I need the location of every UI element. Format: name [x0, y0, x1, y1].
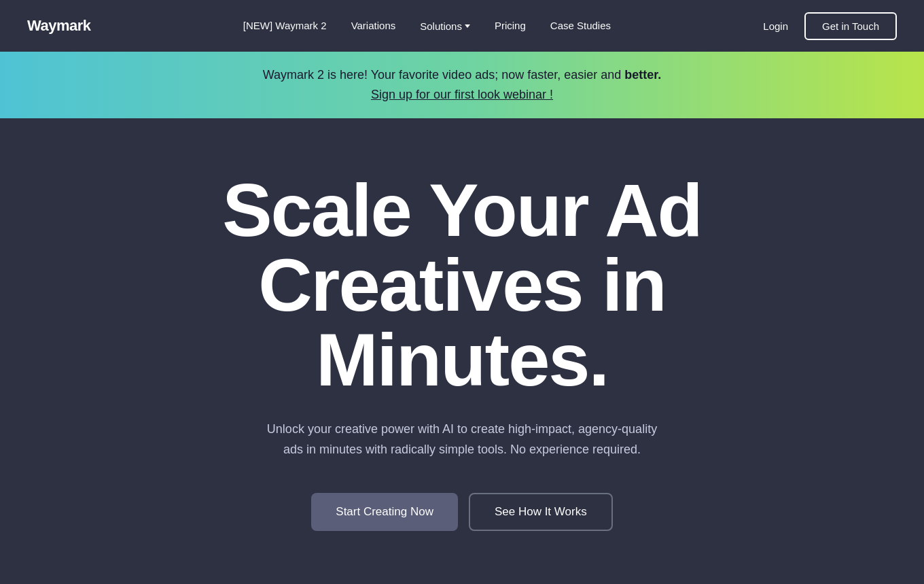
start-creating-button[interactable]: Start Creating Now	[311, 493, 458, 531]
banner-text-before: Waymark 2 is here! Your favorite video a…	[263, 68, 622, 82]
announcement-banner: Waymark 2 is here! Your favorite video a…	[0, 52, 924, 118]
hero-headline-line1: Scale Your Ad	[222, 168, 702, 252]
nav-item-waymark2[interactable]: [NEW] Waymark 2	[243, 20, 327, 31]
chevron-down-icon	[465, 24, 470, 28]
nav-item-solutions[interactable]: Solutions	[420, 20, 470, 32]
banner-bold: better.	[624, 68, 661, 82]
hero-headline-line2: Creatives in	[258, 243, 666, 326]
banner-text: Waymark 2 is here! Your favorite video a…	[27, 65, 897, 105]
solutions-label: Solutions	[420, 20, 462, 32]
nav-item-variations[interactable]: Variations	[351, 20, 396, 31]
navigation: Waymark [NEW] Waymark 2 Variations Solut…	[0, 0, 924, 52]
hero-buttons: Start Creating Now See How It Works	[311, 493, 612, 531]
nav-links: [NEW] Waymark 2 Variations Solutions Pri…	[243, 20, 611, 32]
banner-webinar-link[interactable]: Sign up for our first look webinar !	[371, 88, 553, 101]
login-link[interactable]: Login	[763, 20, 788, 32]
see-how-it-works-button[interactable]: See How It Works	[469, 493, 613, 531]
new-tag: [NEW]	[243, 20, 272, 31]
hero-headline-line3: Minutes.	[316, 317, 608, 401]
hero-headline: Scale Your Ad Creatives in Minutes.	[222, 173, 702, 397]
nav-item-case-studies[interactable]: Case Studies	[550, 20, 611, 31]
nav-item-pricing[interactable]: Pricing	[495, 20, 526, 31]
hero-subtext: Unlock your creative power with AI to cr…	[265, 419, 659, 460]
logo[interactable]: Waymark	[27, 17, 91, 35]
nav-label-waymark2: Waymark 2	[275, 20, 326, 31]
nav-right: Login Get in Touch	[763, 12, 897, 40]
hero-section: Scale Your Ad Creatives in Minutes. Unlo…	[0, 118, 924, 572]
get-in-touch-button[interactable]: Get in Touch	[804, 12, 897, 40]
